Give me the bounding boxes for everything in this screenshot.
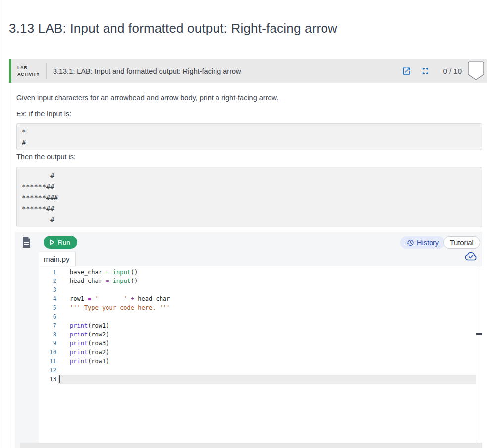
code-line[interactable]: 8print(row2) — [39, 330, 476, 339]
code-editor[interactable]: 1base_char = input()2head_char = input()… — [39, 266, 482, 443]
code-text: print(row2) — [58, 330, 476, 339]
scrollbar-thumb[interactable] — [476, 333, 482, 335]
example-intro: Ex: If the input is: — [16, 110, 71, 118]
code-text — [58, 366, 476, 375]
line-number: 9 — [39, 339, 58, 348]
code-text: ''' Type your code here. ''' — [58, 303, 476, 312]
code-text — [58, 375, 476, 384]
history-clock-icon — [406, 239, 414, 247]
line-number: 12 — [39, 366, 58, 375]
code-text: print(row3) — [58, 339, 476, 348]
code-text: print(row1) — [58, 321, 476, 330]
run-button[interactable]: Run — [44, 236, 77, 249]
code-line[interactable]: 10print(row2) — [39, 348, 476, 357]
code-line[interactable]: 13 — [39, 375, 476, 384]
code-line[interactable]: 12 — [39, 366, 476, 375]
code-text: print(row2) — [58, 348, 476, 357]
activity-title: 3.13.1: LAB: Input and formatted output:… — [53, 67, 241, 75]
line-number: 2 — [39, 277, 58, 285]
code-editor-panel: Run History Tutorial main.py 1base_char … — [15, 232, 482, 448]
line-number: 4 — [39, 294, 58, 303]
code-text: base_char = input() — [58, 268, 476, 277]
page-left-border — [2, 0, 2, 448]
code-text: head_char = input() — [58, 277, 476, 285]
lab-activity-header: LAB ACTIVITY 3.13.1: LAB: Input and form… — [9, 59, 487, 83]
scrollbar-track — [476, 266, 476, 443]
tab-main-py[interactable]: main.py — [39, 252, 75, 266]
code-line[interactable]: 2head_char = input() — [39, 277, 476, 285]
file-icon[interactable] — [21, 236, 32, 248]
tutorial-button-label: Tutorial — [450, 239, 474, 247]
divider — [46, 63, 47, 79]
code-text — [58, 312, 476, 321]
history-button-label: History — [417, 239, 439, 247]
activity-container-border — [9, 59, 9, 448]
example-input-block: * # — [16, 123, 482, 150]
code-text: print(row1) — [58, 357, 476, 366]
history-button[interactable]: History — [400, 236, 445, 249]
lab-badge-line2: ACTIVITY — [17, 71, 40, 77]
code-lines: 1base_char = input()2head_char = input()… — [39, 268, 476, 384]
line-number: 8 — [39, 330, 58, 339]
page-title: 3.13 LAB: Input and formatted output: Ri… — [9, 21, 337, 36]
fullscreen-icon[interactable] — [421, 66, 430, 76]
open-in-new-icon[interactable] — [402, 66, 411, 76]
play-triangle-icon — [50, 239, 54, 245]
completion-shield-icon — [468, 61, 484, 81]
code-line[interactable]: 5''' Type your code here. ''' — [39, 303, 476, 312]
example-output-block: # ******## ******### ******## # — [16, 167, 482, 227]
code-line[interactable]: 4row1 = ' ' + head_char — [39, 294, 476, 303]
lab-badge-line1: LAB — [17, 65, 40, 71]
text-cursor — [59, 375, 60, 383]
line-number: 11 — [39, 357, 58, 366]
line-number: 3 — [39, 285, 58, 294]
run-button-label: Run — [58, 239, 70, 246]
horizontal-scrollbar[interactable] — [20, 443, 482, 448]
code-text: row1 = ' ' + head_char — [58, 294, 476, 303]
line-number: 6 — [39, 312, 58, 321]
line-number: 10 — [39, 348, 58, 357]
lab-activity-badge: LAB ACTIVITY — [17, 65, 40, 77]
line-number: 7 — [39, 321, 58, 330]
activity-header-actions: 0 / 10 — [402, 61, 484, 81]
code-line[interactable]: 3 — [39, 285, 476, 294]
line-number: 13 — [39, 375, 58, 384]
code-line[interactable]: 6 — [39, 312, 476, 321]
code-line[interactable]: 1base_char = input() — [39, 268, 476, 277]
line-number: 5 — [39, 303, 58, 312]
code-line[interactable]: 9print(row3) — [39, 339, 476, 348]
code-line[interactable]: 7print(row1) — [39, 321, 476, 330]
cloud-check-icon — [465, 251, 477, 261]
code-line[interactable]: 11print(row1) — [39, 357, 476, 366]
problem-description: Given input characters for an arrowhead … — [16, 94, 278, 102]
score-display: 0 / 10 — [443, 67, 462, 75]
line-number: 1 — [39, 268, 58, 277]
tutorial-button[interactable]: Tutorial — [443, 236, 480, 249]
code-text — [58, 285, 476, 294]
output-intro: Then the output is: — [16, 153, 76, 161]
